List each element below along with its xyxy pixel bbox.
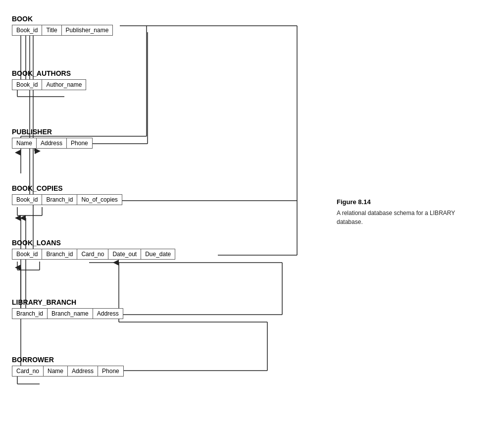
borrower-field-card-no: Card_no: [12, 366, 44, 377]
book-loans-field-card-no: Card_no: [77, 249, 108, 260]
borrower-fields: Card_no Name Address Phone: [12, 366, 124, 377]
book-loans-field-due-date: Due_date: [141, 249, 175, 260]
book-entity: BOOK Book_id Title Publisher_name: [12, 15, 113, 36]
book-loans-entity: BOOK_LOANS Book_id Branch_id Card_no Dat…: [12, 239, 175, 260]
publisher-entity: PUBLISHER Name Address Phone: [12, 128, 93, 149]
book-copies-field-branch-id: Branch_id: [42, 194, 77, 205]
figure-caption: Figure 8.14 A relational database schema…: [337, 198, 475, 226]
book-copies-fields: Book_id Branch_id No_of_copies: [12, 194, 122, 205]
book-authors-field-book-id: Book_id: [12, 79, 42, 90]
book-loans-title: BOOK_LOANS: [12, 239, 175, 247]
book-authors-entity: BOOK_AUTHORS Book_id Author_name: [12, 69, 86, 90]
library-branch-field-branch-name: Branch_name: [48, 308, 93, 319]
book-loans-fields: Book_id Branch_id Card_no Date_out Due_d…: [12, 249, 175, 260]
book-authors-title: BOOK_AUTHORS: [12, 69, 86, 77]
book-authors-fields: Book_id Author_name: [12, 79, 86, 90]
book-copies-field-no-of-copies: No_of_copies: [77, 194, 122, 205]
library-branch-title: LIBRARY_BRANCH: [12, 298, 123, 306]
diagram-area: BOOK Book_id Title Publisher_name BOOK_A…: [5, 5, 322, 431]
publisher-field-phone: Phone: [67, 138, 93, 149]
borrower-title: BORROWER: [12, 356, 124, 364]
library-branch-field-branch-id: Branch_id: [12, 308, 48, 319]
borrower-field-name: Name: [44, 366, 68, 377]
book-loans-field-date-out: Date_out: [108, 249, 141, 260]
book-copies-title: BOOK_COPIES: [12, 184, 122, 192]
publisher-field-name: Name: [12, 138, 37, 149]
figure-description: A relational database schema for a LIBRA…: [337, 209, 475, 226]
book-loans-field-book-id: Book_id: [12, 249, 42, 260]
library-branch-entity: LIBRARY_BRANCH Branch_id Branch_name Add…: [12, 298, 123, 319]
book-field-publisher-name: Publisher_name: [62, 25, 113, 36]
book-authors-field-author-name: Author_name: [42, 79, 86, 90]
book-loans-field-branch-id: Branch_id: [42, 249, 77, 260]
library-branch-fields: Branch_id Branch_name Address: [12, 308, 123, 319]
borrower-field-address: Address: [68, 366, 98, 377]
figure-title: Figure 8.14: [337, 198, 475, 206]
publisher-title: PUBLISHER: [12, 128, 93, 136]
book-copies-field-book-id: Book_id: [12, 194, 42, 205]
library-branch-field-address: Address: [93, 308, 123, 319]
book-fields: Book_id Title Publisher_name: [12, 25, 113, 36]
borrower-field-phone: Phone: [98, 366, 124, 377]
publisher-fields: Name Address Phone: [12, 138, 93, 149]
book-field-title: Title: [42, 25, 61, 36]
book-field-book-id: Book_id: [12, 25, 42, 36]
book-title: BOOK: [12, 15, 113, 23]
publisher-field-address: Address: [37, 138, 67, 149]
book-copies-entity: BOOK_COPIES Book_id Branch_id No_of_copi…: [12, 184, 122, 205]
borrower-entity: BORROWER Card_no Name Address Phone: [12, 356, 124, 377]
